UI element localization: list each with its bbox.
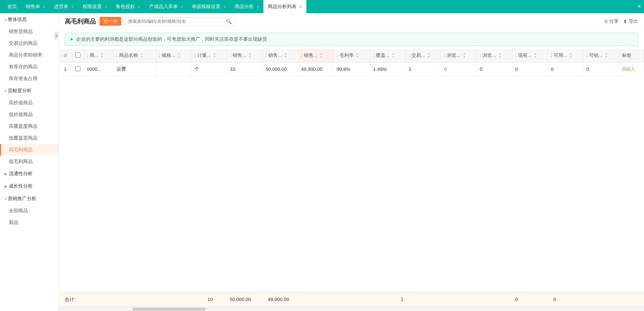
group-overall-label: 整体信息 — [8, 16, 27, 23]
nav-analysis-list[interactable]: 商品分析列表 × — [263, 0, 306, 13]
nav-role-label: 角色授权 — [116, 3, 135, 10]
cell-available-stock: 0 — [548, 62, 583, 76]
sidebar-item-low-margin[interactable]: 低毛利商品 — [0, 156, 58, 167]
col-name[interactable]: : 商品名称 ▲▼ — [113, 49, 156, 62]
group-flow-label: 流通性分析 — [9, 170, 33, 177]
row-checkbox[interactable] — [75, 66, 80, 71]
nav-sales-close[interactable]: × — [43, 4, 45, 9]
filter-period-button[interactable]: 近一月 — [100, 17, 121, 26]
sidebar-group-overall[interactable]: ▾ 整体信息 — [0, 13, 58, 26]
sidebar-group-marketing[interactable]: ▾ 营销推广分析 — [0, 192, 58, 205]
sidebar: « ▾ 整体信息 销售货商品 交易过的商品 商品分类助销率 有库存的商品 库存资… — [0, 13, 59, 311]
search-icon[interactable]: 🔍 — [226, 19, 232, 24]
nav-template[interactable]: 单据模板设置 × — [187, 0, 230, 13]
footer-available-stock: 0 — [524, 297, 562, 302]
cell-checkbox[interactable] — [72, 62, 84, 76]
group-marketing-arrow: ▾ — [4, 197, 6, 201]
share-button[interactable]: ⎘ 分享 — [605, 18, 619, 25]
col-code[interactable]: : 商... ▲▼ — [84, 49, 113, 62]
tag-badge: 高收入 — [622, 66, 635, 72]
footer-bar: 合计: 10 50,000.00 49,900.00 1 0 0 — [59, 292, 644, 307]
group-growth-arrow: ▶ — [4, 184, 7, 188]
cell-name: 运费 — [113, 62, 156, 76]
footer-label: 合计: — [65, 296, 94, 303]
col-available-stock[interactable]: : 可用... ▲▼ — [548, 49, 583, 62]
col-tag: 标签 — [619, 49, 644, 62]
share-label: 分享 — [609, 18, 619, 25]
nav-home-label: 首页 — [7, 3, 17, 10]
col-views1[interactable]: : 浏览... ▲▼ — [441, 49, 477, 62]
sidebar-item-low-coverage[interactable]: 低覆盖度商品 — [0, 132, 58, 144]
sidebar-item-all-goods[interactable]: 全部商品 — [0, 205, 58, 217]
sidebar-collapse-button[interactable]: « — [54, 32, 59, 40]
cell-spec — [156, 62, 191, 76]
select-all-checkbox[interactable] — [75, 53, 80, 58]
col-coverage[interactable]: : 覆盖... ▲▼ — [370, 49, 406, 62]
col-gross-rate[interactable]: : 毛利率 ▲▼ — [334, 49, 370, 62]
col-unit[interactable]: : 计量... ▲▼ — [191, 49, 227, 62]
col-sales-cost[interactable]: : 销售... ▲▼ — [298, 49, 334, 62]
sidebar-item-high-margin[interactable]: 高毛利商品 — [0, 144, 58, 156]
nav-permission[interactable]: 权限设置 × — [78, 0, 111, 13]
cell-unit: 个 — [191, 62, 227, 76]
sidebar-item-stock-capital[interactable]: 库存资金占用 — [0, 73, 58, 84]
nav-home[interactable]: 首页 — [3, 0, 21, 13]
info-text: 企业的主要的利润都是这部分商品创造的，可考虑加大推广，同时关注库存是不要出现缺货 — [76, 36, 267, 43]
nav-purchase[interactable]: 进货单 × — [50, 0, 78, 13]
nav-stock-in-label: 产成品入库单 — [149, 3, 178, 10]
table-row: 1 0000... 运费 个 10 50,000.00 49,900.00 99… — [59, 62, 644, 76]
sidebar-item-sales-goods[interactable]: 销售货商品 — [0, 26, 58, 37]
sidebar-group-growth[interactable]: ▶ 成长性分析 — [0, 180, 58, 192]
cell-current-stock: 0 — [512, 62, 548, 76]
col-settings[interactable]: ⚙ — [59, 49, 72, 62]
cell-views1[interactable]: 0 — [441, 62, 477, 76]
col-spec[interactable]: : 规格... ▲▼ — [156, 49, 191, 62]
sidebar-item-high-coverage[interactable]: 高覆盖度商品 — [0, 120, 58, 132]
scrollbar-thumb[interactable] — [132, 308, 206, 311]
cell-sales-amount: 50,000.00 — [262, 62, 298, 76]
nav-permission-close[interactable]: × — [105, 4, 107, 9]
nav-template-close[interactable]: × — [223, 4, 226, 9]
group-contribution-arrow: ▾ — [4, 89, 6, 93]
info-icon: ✦ — [69, 36, 74, 42]
col-saleable-stock[interactable]: : 可销... ▲▼ — [583, 49, 619, 62]
sidebar-item-category-rate[interactable]: 商品分类助销率 — [0, 49, 58, 61]
nav-analysis[interactable]: 商品分析 × — [230, 0, 263, 13]
content-area: 高毛利商品 近一月 🔍 ⎘ 分享 ⬆ 导出 ✦ 企业的主要的利润都是这部分商品创… — [59, 13, 644, 311]
nav-sales[interactable]: 销售单 × — [21, 0, 50, 13]
close-all-button[interactable]: × — [638, 3, 641, 10]
nav-role-close[interactable]: × — [138, 4, 140, 9]
nav-purchase-close[interactable]: × — [71, 4, 73, 9]
info-banner: ✦ 企业的主要的利润都是这部分商品创造的，可考虑加大推广，同时关注库存是不要出现… — [65, 33, 638, 46]
export-button[interactable]: ⬆ 导出 — [623, 18, 638, 25]
nav-analysis-list-close[interactable]: × — [299, 4, 302, 9]
col-current-stock[interactable]: : 现有... ▲▼ — [512, 49, 548, 62]
nav-stock-in[interactable]: 产成品入库单 × — [145, 0, 187, 13]
footer-gross-rate-spacer — [295, 297, 333, 302]
sidebar-item-new-goods[interactable]: 新品 — [0, 217, 58, 228]
data-table: ⚙ : 商... ▲▼ : 商品名称 ▲▼ — [59, 49, 644, 76]
cell-coverage: 1.49% — [370, 62, 406, 76]
footer-sales-amount: 50,000.00 — [219, 297, 257, 302]
nav-analysis-close[interactable]: × — [257, 4, 259, 9]
col-sales-qty[interactable]: : 销售... ▲▼ — [227, 49, 263, 62]
col-sales-amount[interactable]: : 销售... ▲▼ — [262, 49, 298, 62]
sidebar-group-flow[interactable]: ▶ 流通性分析 — [0, 167, 58, 180]
table-container: ⚙ : 商... ▲▼ : 商品名称 ▲▼ — [59, 49, 644, 292]
sidebar-item-low-value[interactable]: 低价值商品 — [0, 109, 58, 120]
sidebar-item-in-stock[interactable]: 有库存的商品 — [0, 61, 58, 73]
col-views2[interactable]: : 浏览... ▲▼ — [476, 49, 512, 62]
sidebar-item-traded-goods[interactable]: 交易过的商品 — [0, 37, 58, 49]
footer-tag-spacer — [600, 297, 638, 302]
sidebar-item-high-value[interactable]: 高价值商品 — [0, 97, 58, 109]
nav-role[interactable]: 角色授权 × — [111, 0, 144, 13]
search-input[interactable] — [128, 19, 224, 24]
nav-stock-in-close[interactable]: × — [181, 4, 183, 9]
nav-template-label: 单据模板设置 — [192, 3, 220, 10]
horizontal-scrollbar[interactable] — [59, 307, 644, 311]
settings-icon[interactable]: ⚙ — [63, 53, 68, 58]
footer-current-stock: 0 — [486, 297, 524, 302]
nav-purchase-label: 进货单 — [54, 3, 68, 10]
col-transactions[interactable]: : 交易... ▲▼ — [406, 49, 441, 62]
sidebar-group-contribution[interactable]: ▾ 贡献度分析 — [0, 84, 58, 97]
